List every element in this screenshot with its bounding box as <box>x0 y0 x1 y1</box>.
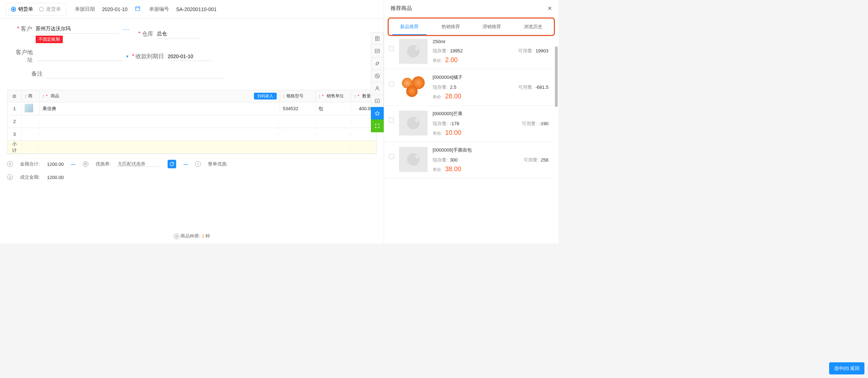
scrollbar[interactable] <box>555 46 558 107</box>
svg-point-18 <box>415 155 419 159</box>
totals-bar: ¥ 金额合计: 1200.00 — 券 优惠券: — ✓ 整单优惠: <box>0 154 384 174</box>
minus-icon: — <box>183 162 188 167</box>
product-row[interactable]: [0000006]手撕面包 现存量:300 可用量:256 单价:38.00 <box>384 142 553 178</box>
sku-count: 1 <box>202 233 204 239</box>
tool-chart-icon[interactable] <box>371 45 384 57</box>
product-thumb-icon <box>25 104 33 112</box>
tab-slow[interactable]: 滞销推荐 <box>471 20 513 34</box>
radio-dot-icon <box>11 7 16 12</box>
sku-icon: ⊞ <box>174 234 179 239</box>
table-row[interactable]: 1 果倍爽 534532 包 400.00 <box>7 102 376 115</box>
product-name: 250ml <box>433 39 548 44</box>
refresh-button[interactable] <box>168 160 176 168</box>
remark-input[interactable] <box>46 70 225 78</box>
coupon-input[interactable] <box>118 161 160 167</box>
product-name: [0000006]手撕面包 <box>433 147 548 153</box>
tab-hot[interactable]: 热销推荐 <box>430 20 471 34</box>
product-row[interactable]: [0000004]橘子 现存量:2.5 可用量:-681.5 单价:28.00 <box>384 69 553 106</box>
svg-point-10 <box>377 87 378 88</box>
left-panel: 销货单 退货单 单据日期 2020-01-10 单据编号 SA-20200110… <box>0 0 384 244</box>
product-name: [0000005]芒果 <box>433 111 548 117</box>
bottom-bar: ⊞ 商品种类: 1 种 <box>0 229 384 244</box>
customer-addr-input[interactable] <box>36 52 123 61</box>
tab-new[interactable]: 新品推荐 <box>389 20 430 34</box>
col-unit[interactable]: ▲▼*销售单位 <box>316 90 351 102</box>
sales-order-label: 销货单 <box>18 6 33 12</box>
radio-dot-icon <box>39 7 44 12</box>
coupon-icon: 券 <box>83 161 88 167</box>
product-name: [0000004]橘子 <box>433 74 548 81</box>
tool-expand-icon[interactable] <box>371 119 384 132</box>
customer-label: *客户 <box>11 25 32 33</box>
deal-amount-value: 1200.00 <box>47 175 64 180</box>
warehouse-label: *仓库 <box>132 30 153 38</box>
svg-text:¥: ¥ <box>376 99 378 103</box>
product-image-placeholder <box>399 39 428 64</box>
side-tools: ¥ <box>371 32 384 132</box>
recommend-tabs: 新品推荐 热销推荐 滞销推荐 浏览历史 <box>388 17 555 36</box>
subtotal-row: 小计 <box>7 141 376 154</box>
tool-star-icon[interactable] <box>371 107 384 120</box>
discount-icon: ✓ <box>195 161 201 167</box>
svg-point-14 <box>415 47 419 51</box>
top-bar: 销货单 退货单 单据日期 2020-01-10 单据编号 SA-20200110… <box>0 0 384 19</box>
amount-value: 1200.00 <box>47 162 64 167</box>
coupon-label: 优惠券: <box>96 161 111 167</box>
tab-history[interactable]: 浏览历史 <box>512 20 554 34</box>
customer-addr-label: 客户地址 <box>11 49 33 64</box>
deal-icon: ◎ <box>7 174 13 180</box>
grid-header: ⚙ ▲▼商 ▲▼*商品扫码录入 ▲▼规格型号 ▲▼*销售单位 ▲▼*数量 <box>7 90 376 102</box>
close-icon[interactable]: ✕ <box>547 5 552 12</box>
tool-link-icon[interactable] <box>371 57 384 70</box>
cell-spec[interactable]: 534532 <box>280 104 316 113</box>
product-checkbox[interactable] <box>389 118 394 123</box>
table-row[interactable]: 3 <box>7 128 376 141</box>
doc-number-value: SA-20200110-001 <box>176 6 217 12</box>
account-period-badge: 不固定账期 <box>36 36 63 43</box>
yen-icon: ¥ <box>7 161 13 167</box>
product-row[interactable]: 250ml 现存量:19952 可用量:19903 单价:2.00 <box>384 39 553 69</box>
col-image[interactable]: ▲▼商 <box>22 90 40 102</box>
product-checkbox[interactable] <box>389 81 394 86</box>
cell-product[interactable]: 果倍爽 <box>40 103 280 114</box>
due-date-input[interactable] <box>168 52 210 61</box>
col-product[interactable]: ▲▼*商品扫码录入 <box>40 90 280 102</box>
product-row[interactable]: [0000005]芒果 现存量:-178 可用量:-190 单价:10.00 <box>384 106 553 142</box>
remark-label: 备注 <box>21 70 43 78</box>
svg-point-15 <box>407 117 420 129</box>
tool-doc-icon[interactable] <box>371 32 384 45</box>
sku-label: 商品种类: <box>180 233 200 239</box>
more-dots-icon[interactable]: ⋯ <box>123 25 128 33</box>
warehouse-input[interactable] <box>157 30 200 39</box>
right-panel-header: 推荐商品 ✕ <box>384 0 558 17</box>
return-order-label: 退货单 <box>46 6 61 12</box>
calendar-icon[interactable] <box>135 6 141 13</box>
amount-label: 金额合计: <box>20 161 40 167</box>
due-date-label: *收款到期日 <box>132 53 164 60</box>
product-checkbox[interactable] <box>389 46 394 51</box>
tool-yen-icon[interactable]: ¥ <box>371 94 384 107</box>
product-checkbox[interactable] <box>389 154 394 159</box>
chevron-down-icon[interactable]: ▾ <box>126 54 128 59</box>
gear-icon[interactable]: ⚙ <box>12 93 17 99</box>
product-grid: ⚙ ▲▼商 ▲▼*商品扫码录入 ▲▼规格型号 ▲▼*销售单位 ▲▼*数量 1 果… <box>7 90 377 154</box>
products-list[interactable]: 250ml 现存量:19952 可用量:19903 单价:2.00 [00000… <box>384 39 558 244</box>
order-type-radio-group: 销货单 退货单 <box>6 3 66 16</box>
col-spec[interactable]: ▲▼规格型号 <box>280 90 316 102</box>
deal-label: 成交金额: <box>20 174 40 180</box>
form-area: *客户 ⋯ 不固定账期 *仓库 客户地址 ▾ *收款到期日 <box>0 19 384 90</box>
cell-unit[interactable]: 包 <box>316 103 351 114</box>
customer-input[interactable] <box>36 25 119 34</box>
tool-person-icon[interactable] <box>371 82 384 95</box>
tool-swap-icon[interactable] <box>371 70 384 82</box>
deal-bar: ◎ 成交金额: 1200.00 <box>0 174 384 186</box>
doc-date-value[interactable]: 2020-01-10 <box>102 6 128 12</box>
right-panel-title: 推荐商品 <box>390 5 412 12</box>
table-row[interactable]: 2 <box>7 115 376 128</box>
product-image-orange <box>399 74 428 99</box>
sku-unit: 种 <box>205 233 210 239</box>
return-order-radio[interactable]: 退货单 <box>39 6 61 12</box>
sales-order-radio[interactable]: 销货单 <box>11 6 33 12</box>
scan-entry-button[interactable]: 扫码录入 <box>254 93 277 99</box>
whole-discount-label: 整单优惠: <box>208 161 228 167</box>
